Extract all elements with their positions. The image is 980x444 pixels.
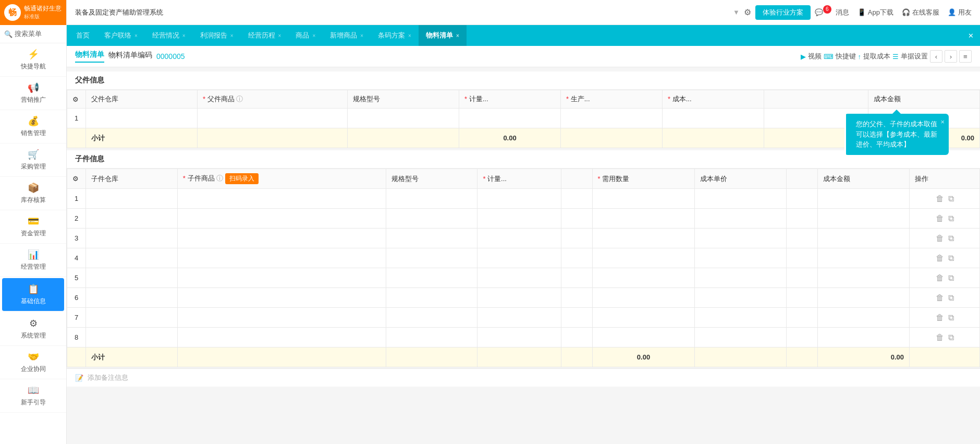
note-text[interactable]: 添加备注信息 xyxy=(88,373,128,382)
copy-icon-4[interactable]: ⧉ xyxy=(948,254,954,263)
sidebar-item-system[interactable]: ⚙ 系统管理 xyxy=(0,313,66,346)
tab-close-new-product[interactable]: × xyxy=(360,33,363,39)
delete-icon-8[interactable]: 🗑 xyxy=(936,333,944,342)
tab-bom[interactable]: 物料清单× xyxy=(419,25,467,46)
tab-close-bom[interactable]: × xyxy=(456,33,459,39)
child-cell-qty-2[interactable] xyxy=(592,209,695,229)
copy-icon-2[interactable]: ⧉ xyxy=(948,214,954,223)
child-cell-qty-3[interactable] xyxy=(592,229,695,248)
message-item[interactable]: 💬 6 消息 xyxy=(815,8,849,17)
sidebar-item-shortcut[interactable]: ⚡ 快捷导航 xyxy=(0,43,66,77)
child-cell-warehouse-7[interactable] xyxy=(86,308,178,328)
user-item[interactable]: 👤 用友 xyxy=(948,8,972,17)
tab-close-history[interactable]: × xyxy=(278,33,281,39)
toolbar-view[interactable]: ▶ 视频 xyxy=(801,52,822,61)
settings-gear-icon[interactable]: ⚙ xyxy=(744,7,751,17)
child-cell-warehouse-5[interactable] xyxy=(86,268,178,288)
child-cell-unit-7[interactable] xyxy=(477,308,561,328)
parent-cell-production-1[interactable] xyxy=(561,109,663,128)
parent-cell-spec-1[interactable] xyxy=(348,109,459,128)
child-cell-unit-cost-8[interactable] xyxy=(695,328,787,347)
child-cell-spec-6[interactable] xyxy=(386,288,477,308)
copy-icon-5[interactable]: ⧉ xyxy=(948,273,954,283)
next-page-btn[interactable]: › xyxy=(945,50,957,63)
tab-customer[interactable]: 客户联络× xyxy=(97,25,145,46)
child-cell-product-8[interactable] xyxy=(177,328,386,347)
online-service-item[interactable]: 🎧 在线客服 xyxy=(902,8,939,17)
expand-icon[interactable]: ▼ xyxy=(733,8,740,16)
child-cell-unit-5[interactable] xyxy=(477,268,561,288)
child-cell-product-1[interactable] xyxy=(177,189,386,209)
delete-icon-3[interactable]: 🗑 xyxy=(936,234,944,243)
sidebar-search[interactable]: 🔍 搜索菜单 xyxy=(0,25,66,43)
delete-icon-7[interactable]: 🗑 xyxy=(936,313,944,322)
child-cell-product-4[interactable] xyxy=(177,248,386,268)
menu-btn[interactable]: ≡ xyxy=(959,50,972,63)
child-cell-warehouse-1[interactable] xyxy=(86,189,178,209)
child-cell-product-2[interactable] xyxy=(177,209,386,229)
child-cell-qty-1[interactable] xyxy=(592,189,695,209)
child-cell-unit-6[interactable] xyxy=(477,288,561,308)
delete-icon-2[interactable]: 🗑 xyxy=(936,214,944,223)
child-cell-qty-8[interactable] xyxy=(592,328,695,347)
copy-icon-1[interactable]: ⧉ xyxy=(948,194,954,203)
child-cell-unit-2[interactable] xyxy=(477,209,561,229)
copy-icon-7[interactable]: ⧉ xyxy=(948,313,954,322)
child-cell-unit-cost-2[interactable] xyxy=(695,209,787,229)
child-cell-unit-cost-1[interactable] xyxy=(695,189,787,209)
child-cell-qty-7[interactable] xyxy=(592,308,695,328)
child-cell-unit-cost-4[interactable] xyxy=(695,248,787,268)
sidebar-item-finance[interactable]: 💳 资金管理 xyxy=(0,210,66,244)
parent-cell-unit-1[interactable] xyxy=(459,109,561,128)
child-cell-spec-7[interactable] xyxy=(386,308,477,328)
scan-btn[interactable]: 扫码录入 xyxy=(225,173,259,184)
child-cell-unit-cost-5[interactable] xyxy=(695,268,787,288)
tab-operations[interactable]: 经营情况× xyxy=(145,25,193,46)
tab-close-profit[interactable]: × xyxy=(230,33,234,39)
prev-page-btn[interactable]: ‹ xyxy=(930,50,942,63)
copy-icon-6[interactable]: ⧉ xyxy=(948,293,954,303)
parent-cell-cost-1[interactable] xyxy=(663,109,764,128)
child-cell-warehouse-8[interactable] xyxy=(86,328,178,347)
child-cell-warehouse-2[interactable] xyxy=(86,209,178,229)
sidebar-item-inventory[interactable]: 📦 库存核算 xyxy=(0,177,66,210)
child-cell-warehouse-4[interactable] xyxy=(86,248,178,268)
child-cell-qty-4[interactable] xyxy=(592,248,695,268)
page-tab-bom-code[interactable]: 物料清单编码 xyxy=(108,51,152,62)
tab-product[interactable]: 商品× xyxy=(288,25,323,46)
child-cell-spec-2[interactable] xyxy=(386,209,477,229)
child-cell-spec-1[interactable] xyxy=(386,189,477,209)
close-all-tabs[interactable]: ✕ xyxy=(964,32,978,40)
child-cell-warehouse-6[interactable] xyxy=(86,288,178,308)
child-cell-spec-4[interactable] xyxy=(386,248,477,268)
toolbar-single-settings[interactable]: ☰ 单据设置 xyxy=(892,52,928,61)
tab-profit[interactable]: 利润报告× xyxy=(193,25,241,46)
sidebar-item-purchase[interactable]: 🛒 采购管理 xyxy=(0,143,66,177)
sidebar-item-basic-info[interactable]: 📋 基础信息 xyxy=(2,278,64,311)
tab-close-operations[interactable]: × xyxy=(182,33,186,39)
child-cell-unit-1[interactable] xyxy=(477,189,561,209)
child-cell-unit-cost-6[interactable] xyxy=(695,288,787,308)
child-cell-spec-8[interactable] xyxy=(386,328,477,347)
child-cell-unit-3[interactable] xyxy=(477,229,561,248)
delete-icon-1[interactable]: 🗑 xyxy=(936,194,944,203)
page-tab-bom[interactable]: 物料清单 xyxy=(75,50,104,63)
tab-close-customer[interactable]: × xyxy=(134,33,138,39)
child-cell-product-5[interactable] xyxy=(177,268,386,288)
parent-cell-product-1[interactable] xyxy=(197,109,347,128)
child-cell-unit-8[interactable] xyxy=(477,328,561,347)
app-download-item[interactable]: 📱 App下载 xyxy=(858,8,893,17)
child-cell-spec-3[interactable] xyxy=(386,229,477,248)
trial-btn[interactable]: 体验行业方案 xyxy=(755,5,811,20)
sidebar-item-marketing[interactable]: 📢 营销推广 xyxy=(0,77,66,110)
delete-icon-6[interactable]: 🗑 xyxy=(936,293,944,303)
tab-barcode[interactable]: 条码方案× xyxy=(371,25,419,46)
tooltip-close-btn[interactable]: × xyxy=(940,117,945,127)
parent-th-settings[interactable]: ⚙ xyxy=(67,90,86,109)
child-cell-warehouse-3[interactable] xyxy=(86,229,178,248)
child-cell-unit-cost-3[interactable] xyxy=(695,229,787,248)
child-cell-product-6[interactable] xyxy=(177,288,386,308)
tab-close-barcode[interactable]: × xyxy=(408,33,411,39)
copy-icon-3[interactable]: ⧉ xyxy=(948,234,954,243)
sidebar-item-cooperation[interactable]: 🤝 企业协同 xyxy=(0,346,66,379)
